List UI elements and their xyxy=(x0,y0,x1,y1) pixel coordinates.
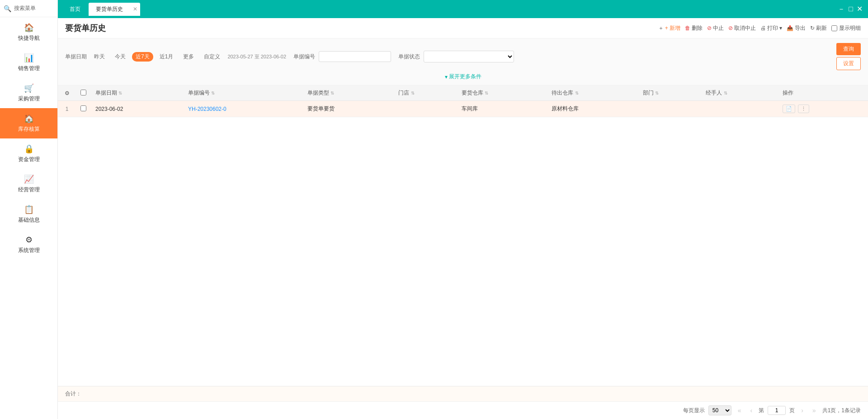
first-page-button[interactable]: « xyxy=(735,406,744,415)
date-btn-custom[interactable]: 自定义 xyxy=(200,52,224,62)
filter-area: 单据日期 昨天 今天 近7天 近1月 更多 自定义 2023-05-27 至 2… xyxy=(58,38,868,86)
table-header-row: ⚙ 单据日期 ⇅ 单据编号 ⇅ 单据类型 xyxy=(58,86,868,101)
display-detail-toggle[interactable]: 显示明细 xyxy=(831,24,861,32)
sidebar-item-operations[interactable]: 📈 经营管理 xyxy=(0,169,57,199)
date-btn-1month[interactable]: 近1月 xyxy=(156,52,177,62)
checkbox-col-header xyxy=(76,86,91,101)
tab-requisition-history[interactable]: 要货单历史 xyxy=(90,3,129,16)
doc-number-link[interactable]: YH-20230602-0 xyxy=(188,106,226,112)
date-btn-more[interactable]: 更多 xyxy=(179,52,198,62)
number-col-header[interactable]: 单据编号 ⇅ xyxy=(184,86,303,101)
row-num: 1 xyxy=(58,101,76,117)
next-page-button[interactable]: › xyxy=(798,406,806,415)
date-btn-today[interactable]: 今天 xyxy=(111,52,129,62)
basic-info-icon: 📋 xyxy=(24,205,34,214)
cancel-stop-icon: ⊘ xyxy=(728,25,733,31)
cancel-stop-button[interactable]: ⊘ 取消中止 xyxy=(728,24,756,32)
filter-row: 单据日期 昨天 今天 近7天 近1月 更多 自定义 2023-05-27 至 2… xyxy=(65,43,861,70)
sidebar-item-finance[interactable]: 🔒 资金管理 xyxy=(0,138,57,169)
page-size-label: 每页显示 xyxy=(683,407,705,414)
sidebar-item-label: 库存核算 xyxy=(18,125,40,133)
date-sort-icon: ⇅ xyxy=(118,90,122,95)
select-all-checkbox[interactable] xyxy=(80,90,86,95)
sidebar-item-sales[interactable]: 📊 销售管理 xyxy=(0,48,57,78)
sidebar-item-label: 系统管理 xyxy=(18,247,40,254)
doc-number-input[interactable] xyxy=(319,51,391,62)
query-buttons: 查询 设置 xyxy=(836,43,861,70)
minimize-button[interactable]: － xyxy=(838,5,845,13)
row-actions-cell: 📄 ⋮ xyxy=(778,101,868,117)
store-col-header[interactable]: 门店 ⇅ xyxy=(394,86,457,101)
chevron-down-icon: ▾ xyxy=(445,74,448,80)
sidebar-item-quick-nav[interactable]: 🏠 快捷导航 xyxy=(0,17,57,48)
req-warehouse-col-header[interactable]: 要货仓库 ⇅ xyxy=(457,86,547,101)
requisition-table: ⚙ 单据日期 ⇅ 单据编号 ⇅ 单据类型 xyxy=(58,86,868,117)
refresh-button[interactable]: ↻ 刷新 xyxy=(810,24,827,32)
sidebar-item-label: 采购管理 xyxy=(18,95,40,103)
row-type: 要货单要货 xyxy=(303,101,394,117)
date-btn-7days[interactable]: 近7天 xyxy=(132,52,153,62)
sidebar-item-label: 基础信息 xyxy=(18,216,40,224)
row-more-button[interactable]: ⋮ xyxy=(798,105,809,113)
page-number-input[interactable] xyxy=(768,406,786,415)
sidebar-item-inventory[interactable]: 🏠 库存核算 xyxy=(0,108,57,138)
print-button[interactable]: 🖨 打印 ▾ xyxy=(760,24,782,32)
purchase-icon: 🛒 xyxy=(24,83,34,93)
row-view-button[interactable]: 📄 xyxy=(783,105,795,113)
sidebar-item-purchase[interactable]: 🛒 采购管理 xyxy=(0,78,57,108)
row-store xyxy=(394,101,457,117)
toolbar: ＋ + 新增 🗑 删除 ⊘ 中止 ⊘ 取消中止 🖨 打印 xyxy=(658,24,861,32)
tab-home[interactable]: 首页 xyxy=(63,3,87,16)
export-button[interactable]: 📤 导出 xyxy=(787,24,806,32)
row-checkbox[interactable] xyxy=(80,105,86,111)
search-icon: 🔍 xyxy=(4,5,11,12)
sidebar-item-label: 销售管理 xyxy=(18,65,40,72)
sidebar-item-basic-info[interactable]: 📋 基础信息 xyxy=(0,199,57,229)
total-label: 合计： xyxy=(65,390,81,397)
type-col-header[interactable]: 单据类型 ⇅ xyxy=(303,86,394,101)
settings-col-header[interactable]: ⚙ xyxy=(58,86,76,101)
page-label: 第 xyxy=(759,407,764,414)
sidebar-item-label: 资金管理 xyxy=(18,156,40,163)
settings-button[interactable]: 设置 xyxy=(836,57,861,70)
row-actions: 📄 ⋮ xyxy=(783,105,863,113)
filter-second-row: ▾ 展开更多条件 xyxy=(65,73,861,81)
row-dept xyxy=(638,101,701,117)
new-button[interactable]: ＋ + 新增 xyxy=(658,24,680,32)
row-number: YH-20230602-0 xyxy=(184,101,303,117)
query-button[interactable]: 查询 xyxy=(836,43,861,55)
last-page-button[interactable]: » xyxy=(810,406,819,415)
dept-col-header[interactable]: 部门 ⇅ xyxy=(638,86,701,101)
row-date: 2023-06-02 xyxy=(91,101,184,117)
doc-number-filter-group: 单据编号 xyxy=(293,51,391,62)
restore-button[interactable]: □ xyxy=(849,5,853,13)
handler-col-header[interactable]: 经手人 ⇅ xyxy=(701,86,778,101)
display-detail-checkbox[interactable] xyxy=(831,25,837,31)
close-button[interactable]: ✕ xyxy=(857,5,863,13)
expand-filter-button[interactable]: ▾ 展开更多条件 xyxy=(445,73,481,81)
pagination-bar: 每页显示 50 10 20 100 « ‹ 第 页 › » 共1页，1条记录 xyxy=(58,401,868,419)
status-select[interactable] xyxy=(424,51,514,62)
stop-icon: ⊘ xyxy=(707,25,712,31)
date-col-header[interactable]: 单据日期 ⇅ xyxy=(91,86,184,101)
sales-icon: 📊 xyxy=(24,53,34,63)
search-menu[interactable]: 🔍 搜索菜单 xyxy=(0,0,57,17)
sidebar-item-system[interactable]: ⚙ 系统管理 xyxy=(0,229,57,260)
row-handler xyxy=(701,101,778,117)
pending-warehouse-col-header[interactable]: 待出仓库 ⇅ xyxy=(547,86,638,101)
stop-button[interactable]: ⊘ 中止 xyxy=(707,24,724,32)
doc-number-label: 单据编号 xyxy=(293,53,315,61)
row-req-warehouse: 车间库 xyxy=(457,101,547,117)
inventory-icon: 🏠 xyxy=(24,114,34,124)
page-size-select[interactable]: 50 10 20 100 xyxy=(708,405,731,415)
total-info: 共1页，1条记录 xyxy=(822,407,861,414)
date-shortcuts: 昨天 今天 近7天 近1月 更多 自定义 xyxy=(90,52,224,62)
finance-icon: 🔒 xyxy=(24,144,34,154)
tab-close-icon[interactable]: ✕ xyxy=(131,6,139,12)
table-row: 1 2023-06-02 YH-20230602-0 要货单要货 车间库 原材料… xyxy=(58,101,868,117)
prev-page-button[interactable]: ‹ xyxy=(748,406,755,415)
actions-col-header: 操作 xyxy=(778,86,868,101)
date-btn-yesterday[interactable]: 昨天 xyxy=(90,52,108,62)
number-sort-icon: ⇅ xyxy=(211,90,215,95)
delete-button[interactable]: 🗑 删除 xyxy=(685,24,703,32)
